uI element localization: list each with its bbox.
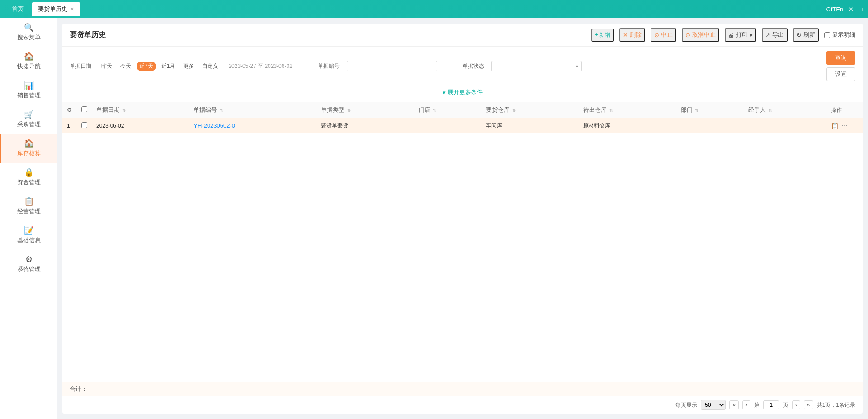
toolbar: + 新增 ✕ 删除 ⊙ 中止 ⊙ 取消中止 🖨 打印 — [591, 28, 855, 42]
date-option-yesterday[interactable]: 昨天 — [99, 62, 115, 71]
lock-icon: 🔒 — [24, 168, 34, 176]
page-title: 要货单历史 — [70, 30, 106, 40]
row-more-icon[interactable]: ⋯ — [841, 122, 848, 129]
table-body: 1 2023-06-02 YH-20230602-0 要货单要货 车间库 — [62, 118, 863, 133]
inventory-icon: 🏠 — [24, 139, 34, 148]
sidebar-item-system[interactable]: ⚙ 系统管理 — [0, 250, 57, 279]
total-info: 共1页，1条记录 — [817, 401, 855, 409]
col-checkbox[interactable] — [77, 102, 92, 118]
table-row[interactable]: 1 2023-06-02 YH-20230602-0 要货单要货 车间库 — [62, 118, 863, 133]
col-dept[interactable]: 部门 ⇅ — [676, 102, 744, 118]
col-req-warehouse[interactable]: 要货仓库 ⇅ — [481, 102, 579, 118]
row-date: 2023-06-02 — [92, 118, 189, 133]
col-type[interactable]: 单据类型 ⇅ — [316, 102, 414, 118]
sidebar-item-system-label: 系统管理 — [17, 265, 41, 273]
refresh-button[interactable]: ↻ 刷新 — [793, 28, 819, 42]
col-store[interactable]: 门店 ⇅ — [414, 102, 482, 118]
col-no[interactable]: 单据编号 ⇅ — [189, 102, 316, 118]
filter-row-1: 单据日期 昨天 今天 近7天 近1月 更多 自定义 2023-05-27 至 2… — [70, 51, 855, 81]
sidebar-item-quick-nav-label: 快捷导航 — [17, 62, 41, 71]
home-icon: 🏠 — [24, 52, 34, 61]
col-pending-warehouse[interactable]: 待出仓库 ⇅ — [579, 102, 676, 118]
cart-icon: 🛒 — [24, 110, 34, 119]
sidebar-item-operation[interactable]: 📋 经营管理 — [0, 192, 57, 221]
sidebar-item-inventory[interactable]: 🏠 库存核算 — [0, 134, 57, 163]
expand-button[interactable]: ▾ 展开更多条件 — [437, 86, 488, 98]
date-option-more[interactable]: 更多 — [180, 62, 197, 71]
top-bar: 首页 要货单历史 ✕ OfTEn ✕ □ — [0, 0, 868, 18]
expand-icon: ▾ — [443, 89, 446, 96]
date-range-display: 2023-05-27 至 2023-06-02 — [228, 62, 292, 70]
show-detail-checkbox[interactable] — [824, 32, 830, 38]
add-button[interactable]: + 新增 — [591, 29, 614, 42]
query-button[interactable]: 查询 — [826, 51, 855, 65]
sidebar: 🔍 搜索菜单 🏠 快捷导航 📊 销售管理 🛒 采购管理 🏠 库存核算 🔒 资金管… — [0, 18, 57, 419]
date-option-custom[interactable]: 自定义 — [199, 62, 221, 71]
top-bar-right: OfTEn ✕ □ — [826, 6, 863, 13]
sidebar-item-finance[interactable]: 🔒 资金管理 — [0, 163, 57, 192]
row-checkbox-cell[interactable] — [77, 118, 92, 133]
col-date-label: 单据日期 — [96, 106, 120, 113]
often-label: OfTEn — [826, 6, 844, 13]
col-store-label: 门店 — [419, 106, 430, 113]
bill-no-input[interactable] — [347, 61, 437, 71]
export-button[interactable]: ↗ 导出 — [762, 28, 788, 42]
print-button[interactable]: 🖨 打印 ▾ — [725, 28, 756, 42]
col-dept-label: 部门 — [681, 106, 693, 113]
col-handler[interactable]: 经手人 ⇅ — [744, 102, 826, 118]
setting-button[interactable]: 设置 — [826, 67, 855, 81]
page-header: 要货单历史 + 新增 ✕ 删除 ⊙ 中止 ⊙ 取消中止 — [62, 24, 863, 47]
goto-label: 第 — [754, 401, 760, 409]
next-page-button[interactable]: › — [792, 400, 800, 409]
sort-pending-warehouse-icon: ⇅ — [609, 108, 613, 113]
page-card: 要货单历史 + 新增 ✕ 删除 ⊙ 中止 ⊙ 取消中止 — [62, 24, 863, 414]
document-icon: 📝 — [24, 226, 34, 234]
first-page-button[interactable]: « — [729, 400, 739, 409]
sidebar-item-purchase[interactable]: 🛒 采购管理 — [0, 105, 57, 134]
operation-icon: 📋 — [24, 197, 34, 205]
sidebar-item-sales[interactable]: 📊 销售管理 — [0, 76, 57, 105]
delete-button[interactable]: ✕ 删除 — [619, 28, 645, 42]
sidebar-item-basic-info[interactable]: 📝 基础信息 — [0, 221, 57, 250]
col-date[interactable]: 单据日期 ⇅ — [92, 102, 189, 118]
cancel-stop-button[interactable]: ⊙ 取消中止 — [682, 28, 719, 42]
tab-close-icon[interactable]: ✕ — [70, 6, 74, 12]
header-row: ⚙ 单据日期 ⇅ 单据编号 ⇅ — [62, 102, 863, 118]
date-option-1month[interactable]: 近1月 — [159, 62, 178, 71]
col-setting[interactable]: ⚙ — [62, 102, 77, 118]
data-table: ⚙ 单据日期 ⇅ 单据编号 ⇅ — [62, 102, 863, 133]
window-close-icon[interactable]: ✕ — [849, 6, 854, 13]
sidebar-item-search[interactable]: 🔍 搜索菜单 — [0, 18, 57, 47]
date-option-7days[interactable]: 近7天 — [137, 62, 156, 71]
prev-page-button[interactable]: ‹ — [742, 400, 750, 409]
refresh-icon: ↻ — [797, 32, 802, 38]
filter-bar: 单据日期 昨天 今天 近7天 近1月 更多 自定义 2023-05-27 至 2… — [62, 47, 863, 85]
row-no-link[interactable]: YH-20230602-0 — [193, 122, 235, 129]
sort-dept-icon: ⇅ — [695, 108, 698, 113]
row-store — [414, 118, 482, 133]
row-no: YH-20230602-0 — [189, 118, 316, 133]
select-all-checkbox[interactable] — [81, 106, 87, 112]
date-options: 昨天 今天 近7天 近1月 更多 自定义 — [99, 62, 221, 71]
main-layout: 🔍 搜索菜单 🏠 快捷导航 📊 销售管理 🛒 采购管理 🏠 库存核算 🔒 资金管… — [0, 18, 868, 419]
tab-requisition-label: 要货单历史 — [38, 5, 67, 13]
export-icon: ↗ — [765, 32, 770, 38]
show-detail-label[interactable]: 显示明细 — [824, 31, 855, 39]
row-checkbox[interactable] — [81, 122, 87, 128]
date-option-today[interactable]: 今天 — [118, 62, 134, 71]
status-select[interactable] — [491, 61, 582, 71]
col-req-warehouse-label: 要货仓库 — [486, 106, 509, 113]
row-dept — [676, 118, 744, 133]
page-size-select[interactable]: 50 10 20 100 — [701, 400, 726, 410]
tab-requisition-history[interactable]: 要货单历史 ✕ — [32, 2, 80, 16]
window-maximize-icon[interactable]: □ — [859, 6, 863, 13]
row-edit-icon[interactable]: 📋 — [831, 122, 839, 129]
page-input[interactable] — [763, 400, 779, 409]
sidebar-item-quick-nav[interactable]: 🏠 快捷导航 — [0, 47, 57, 76]
sidebar-item-purchase-label: 采购管理 — [17, 120, 41, 129]
search-icon: 🔍 — [24, 24, 34, 32]
cancel-stop-icon: ⊙ — [685, 32, 690, 38]
tab-home[interactable]: 首页 — [5, 2, 30, 16]
last-page-button[interactable]: » — [804, 400, 813, 409]
stop-button[interactable]: ⊙ 中止 — [651, 28, 676, 42]
